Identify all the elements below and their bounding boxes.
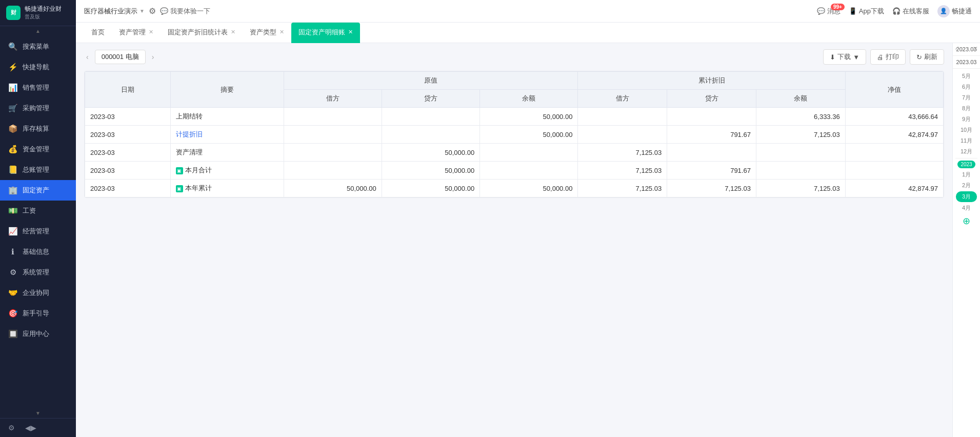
timeline-close-button[interactable]: ✕ — [973, 45, 978, 52]
cell-dep-debit — [578, 126, 667, 144]
timeline-month-6[interactable]: 6月 — [953, 82, 980, 92]
message-button[interactable]: 💬 消息 99+ — [817, 7, 841, 16]
tab-asset-mgmt-label: 资产管理 — [119, 28, 146, 37]
timeline-expand-button[interactable]: ⤢ — [955, 45, 959, 51]
cell-orig-balance — [480, 162, 578, 180]
sidebar-item-guide[interactable]: 🎯 新手引导 — [0, 303, 76, 324]
sidebar-item-search[interactable]: 🔍 搜索菜单 — [0, 36, 76, 57]
logo-icon: 财 — [6, 6, 21, 20]
tab-asset-detail-label: 固定资产明细账 — [298, 28, 345, 37]
timeline-month-2[interactable]: 2月 — [953, 180, 980, 191]
timeline-month-9[interactable]: 9月 — [953, 114, 980, 125]
tab-depreciation-stat[interactable]: 固定资产折旧统计表 ✕ — [161, 23, 243, 43]
page-content: ‹ 000001 电脑 › ⬇ 下载 ▼ 🖨 打印 ↻ 刷新 — [76, 43, 952, 437]
print-icon: 🖨 — [877, 53, 884, 61]
sidebar-item-payroll[interactable]: 💵 工资 — [0, 201, 76, 221]
sidebar-item-label: 企业协同 — [23, 288, 49, 297]
asset-current[interactable]: 000001 电脑 — [95, 50, 146, 64]
tab-depreciation-stat-close[interactable]: ✕ — [231, 29, 235, 35]
timeline-month-4[interactable]: 4月 — [953, 203, 980, 213]
user-menu[interactable]: 👤 畅捷通 — [937, 5, 972, 17]
sidebar-scroll-up[interactable]: ▲ — [0, 26, 76, 36]
tab-home[interactable]: 首页 — [84, 23, 112, 43]
ledger-icon: 📒 — [8, 165, 17, 174]
timeline-month-12[interactable]: 12月 — [953, 146, 980, 157]
refresh-button[interactable]: ↻ 刷新 — [910, 49, 944, 65]
company-selector[interactable]: 医疗器械行业演示 ▼ — [84, 7, 145, 16]
sidebar-item-fixed-assets[interactable]: 🏢 固定资产 — [0, 180, 76, 201]
topbar-settings-icon[interactable]: ⚙ — [149, 6, 156, 16]
cell-dep-balance: 7,125.03 — [756, 126, 845, 144]
sidebar-item-ledger[interactable]: 📒 总账管理 — [0, 160, 76, 180]
sidebar-bottom: ⚙ ◀▶ — [0, 418, 76, 437]
col-net-value: 净值 — [845, 72, 943, 108]
sidebar-item-purchase[interactable]: 🛒 采购管理 — [0, 98, 76, 118]
timeline-month-5[interactable]: 5月 — [953, 71, 980, 82]
table-row: 2023-03 ▣本月合计 50,000.00 7,125.03 791.67 — [85, 162, 944, 180]
timeline-add-button[interactable]: ⊕ — [963, 215, 970, 227]
cell-orig-credit — [382, 108, 479, 126]
sidebar-item-label: 资金管理 — [23, 145, 49, 154]
sidebar-item-apps[interactable]: 🔲 应用中心 — [0, 324, 76, 344]
tabbar: 首页 资产管理 ✕ 固定资产折旧统计表 ✕ 资产类型 ✕ 固定资产明细账 ✕ — [76, 23, 980, 43]
sidebar-item-system[interactable]: ⚙ 系统管理 — [0, 262, 76, 283]
settings-icon[interactable]: ⚙ — [8, 424, 15, 432]
tab-asset-detail[interactable]: 固定资产明细账 ✕ — [291, 23, 360, 43]
col-accumulated-dep: 累计折旧 — [578, 72, 845, 90]
app-icon: 📱 — [849, 7, 857, 15]
col-dep-debit: 借方 — [578, 90, 667, 108]
download-button[interactable]: ⬇ 下载 ▼ — [823, 49, 866, 65]
sidebar-item-label: 采购管理 — [23, 104, 49, 113]
print-button[interactable]: 🖨 打印 — [870, 49, 906, 65]
sidebar-item-label: 工资 — [23, 206, 36, 215]
asset-prev-button[interactable]: ‹ — [84, 52, 91, 62]
sidebar-logo: 财 畅捷通好业财 普及版 — [0, 0, 76, 26]
timeline-year-badge[interactable]: 2023 — [957, 161, 975, 168]
col-orig-debit: 借方 — [284, 90, 382, 108]
cell-dep-debit: 7,125.03 — [578, 180, 667, 197]
timeline-month-7[interactable]: 7月 — [953, 92, 980, 103]
cell-dep-balance — [756, 144, 845, 162]
cell-orig-debit — [284, 126, 382, 144]
collapse-icon[interactable]: ◀▶ — [25, 424, 36, 432]
trial-button[interactable]: 💬 我要体验一下 — [160, 7, 210, 16]
sidebar-item-label: 新手引导 — [23, 309, 49, 318]
tab-asset-mgmt[interactable]: 资产管理 ✕ — [112, 23, 161, 43]
app-download-button[interactable]: 📱 App下载 — [849, 7, 884, 16]
asset-next-button[interactable]: › — [150, 52, 156, 62]
enterprise-icon: 🤝 — [8, 288, 17, 297]
payroll-icon: 💵 — [8, 206, 17, 215]
tab-asset-mgmt-close[interactable]: ✕ — [149, 29, 153, 35]
sidebar-item-quick-nav[interactable]: ⚡ 快捷导航 — [0, 57, 76, 77]
tab-depreciation-stat-label: 固定资产折旧统计表 — [168, 28, 228, 37]
timeline-month-11[interactable]: 11月 — [953, 135, 980, 146]
cell-summary: 上期结转 — [170, 108, 284, 126]
timeline-month-3[interactable]: 3月 — [956, 191, 977, 202]
timeline-month-8[interactable]: 8月 — [953, 103, 980, 114]
timeline-separator — [955, 158, 977, 158]
refresh-icon: ↻ — [916, 53, 922, 61]
timeline-month-10[interactable]: 10月 — [953, 125, 980, 135]
sidebar-scroll-down[interactable]: ▼ — [0, 408, 76, 418]
sidebar-item-finance[interactable]: 💰 资金管理 — [0, 139, 76, 160]
sidebar-item-inventory[interactable]: 📦 库存核算 — [0, 118, 76, 139]
timeline-header2: 2023.03 — [953, 56, 980, 69]
sidebar-item-label: 快捷导航 — [23, 63, 49, 72]
logo-sub: 普及版 — [25, 13, 62, 21]
col-orig-credit: 贷方 — [382, 90, 479, 108]
cell-dep-debit — [578, 108, 667, 126]
cell-date: 2023-03 — [85, 144, 171, 162]
cell-dep-balance: 6,333.36 — [756, 108, 845, 126]
tab-asset-type[interactable]: 资产类型 ✕ — [243, 23, 291, 43]
sidebar-item-enterprise[interactable]: 🤝 企业协同 — [0, 283, 76, 303]
cell-orig-credit: 50,000.00 — [382, 180, 479, 197]
timeline-month-1[interactable]: 1月 — [953, 169, 980, 180]
sidebar-item-basic-info[interactable]: ℹ 基础信息 — [0, 242, 76, 262]
tab-asset-detail-close[interactable]: ✕ — [348, 29, 353, 35]
sidebar-item-sales[interactable]: 📊 销售管理 — [0, 77, 76, 98]
tab-asset-type-close[interactable]: ✕ — [279, 29, 284, 35]
service-button[interactable]: 🎧 在线客服 — [892, 7, 929, 16]
topbar: 医疗器械行业演示 ▼ ⚙ 💬 我要体验一下 💬 消息 99+ 📱 App下载 🎧… — [76, 0, 980, 23]
sidebar-item-operations[interactable]: 📈 经营管理 — [0, 221, 76, 242]
guide-icon: 🎯 — [8, 309, 17, 318]
